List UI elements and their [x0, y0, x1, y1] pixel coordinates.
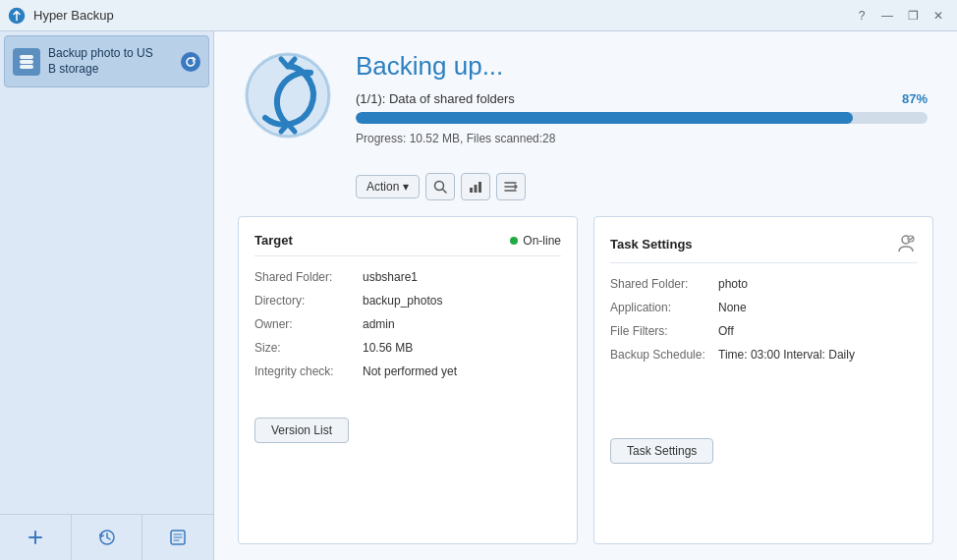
sidebar-item-backup[interactable]: Backup photo to USB storage	[4, 35, 209, 87]
directory-value: backup_photos	[363, 294, 442, 308]
owner-value: admin	[363, 317, 395, 331]
search-button[interactable]	[425, 173, 455, 200]
shared-folder-value: usbshare1	[363, 270, 418, 284]
progress-label-row: (1/1): Data of shared folders 87%	[356, 91, 928, 106]
sidebar: Backup photo to USB storage	[0, 31, 214, 560]
task-settings-button[interactable]: Task Settings	[610, 438, 713, 464]
target-card-actions: Version List	[254, 388, 561, 443]
task-backup-schedule-row: Backup Schedule: Time: 03:00 Interval: D…	[610, 348, 917, 362]
task-card-header: Task Settings	[610, 233, 917, 263]
list-menu-icon	[504, 180, 518, 194]
version-list-button[interactable]: Version List	[254, 418, 349, 443]
history-button[interactable]	[72, 515, 143, 560]
add-backup-button[interactable]	[0, 515, 72, 560]
integrity-value: Not performed yet	[363, 364, 457, 378]
title-bar-controls: ? — ❐ ✕	[851, 5, 949, 27]
title-bar: Hyper Backup ? — ❐ ✕	[0, 0, 957, 31]
task-shared-folder-value: photo	[718, 277, 748, 291]
online-status-label: On-line	[523, 234, 561, 248]
action-button[interactable]: Action ▾	[356, 175, 420, 198]
sidebar-bottom	[0, 514, 213, 560]
progress-label: (1/1): Data of shared folders	[356, 91, 515, 106]
online-dot-icon	[510, 237, 518, 245]
log-icon	[169, 529, 187, 546]
target-directory-row: Directory: backup_photos	[254, 294, 561, 308]
svg-rect-3	[20, 65, 33, 69]
target-integrity-row: Integrity check: Not performed yet	[254, 364, 561, 378]
details-row: Target On-line Shared Folder: usbshare1 …	[214, 216, 957, 560]
task-file-filters-row: File Filters: Off	[610, 324, 917, 338]
task-shared-folder-label: Shared Folder:	[610, 277, 718, 291]
progress-percent: 87%	[902, 91, 928, 106]
task-shared-folder-row: Shared Folder: photo	[610, 277, 917, 291]
target-card-header: Target On-line	[254, 233, 561, 256]
plus-icon	[27, 529, 44, 546]
task-application-value: None	[718, 301, 747, 314]
task-card-actions: Task Settings	[610, 371, 917, 464]
svg-rect-16	[475, 185, 478, 193]
status-info: Backing up... (1/1): Data of shared fold…	[356, 51, 928, 157]
history-icon	[98, 529, 116, 546]
minimize-button[interactable]: —	[876, 5, 898, 27]
svg-rect-15	[470, 188, 473, 193]
task-settings-card: Task Settings Shared Folder: photo	[593, 216, 933, 544]
main-container: Backup photo to USB storage	[0, 31, 957, 560]
dropdown-arrow-icon: ▾	[403, 180, 409, 194]
svg-rect-2	[20, 60, 33, 64]
task-file-filters-label: File Filters:	[610, 324, 718, 338]
top-content: Backing up... (1/1): Data of shared fold…	[214, 31, 957, 173]
shared-folder-label: Shared Folder:	[254, 270, 363, 284]
size-label: Size:	[254, 341, 363, 355]
lock-user-icon	[897, 234, 915, 253]
title-bar-left: Hyper Backup	[8, 7, 114, 25]
task-application-row: Application: None	[610, 301, 917, 314]
task-settings-lock-icon	[895, 233, 917, 254]
refresh-icon[interactable]	[181, 52, 200, 72]
size-value: 10.56 MB	[363, 341, 413, 355]
sidebar-item-icon	[13, 48, 40, 76]
svg-rect-1	[20, 55, 33, 59]
target-card-title: Target	[254, 233, 293, 248]
window-title: Hyper Backup	[33, 8, 114, 23]
owner-label: Owner:	[254, 317, 363, 331]
svg-rect-17	[478, 182, 481, 193]
backing-up-title: Backing up...	[356, 51, 928, 82]
spinner-container	[244, 51, 332, 140]
toolbar: Action ▾	[214, 173, 957, 216]
close-button[interactable]: ✕	[928, 5, 949, 27]
search-icon	[433, 180, 447, 194]
directory-label: Directory:	[254, 294, 363, 308]
task-card-title: Task Settings	[610, 237, 693, 252]
progress-detail: Progress: 10.52 MB, Files scanned:28	[356, 132, 928, 145]
log-button[interactable]	[142, 515, 213, 560]
sidebar-item-label: Backup photo to USB storage	[48, 46, 173, 77]
content-area: Backing up... (1/1): Data of shared fold…	[214, 31, 957, 560]
menu-button[interactable]	[496, 173, 526, 200]
chart-button[interactable]	[461, 173, 490, 200]
progress-bar-background	[356, 112, 928, 124]
target-shared-folder-row: Shared Folder: usbshare1	[254, 270, 561, 284]
maximize-button[interactable]: ❐	[902, 5, 924, 27]
task-file-filters-value: Off	[718, 324, 734, 338]
database-icon	[18, 53, 35, 71]
target-size-row: Size: 10.56 MB	[254, 341, 561, 355]
target-card: Target On-line Shared Folder: usbshare1 …	[238, 216, 578, 544]
integrity-label: Integrity check:	[254, 364, 363, 378]
task-backup-schedule-value: Time: 03:00 Interval: Daily	[718, 348, 855, 362]
app-icon	[8, 7, 26, 25]
action-label: Action	[366, 180, 399, 194]
backup-spinner-icon	[244, 51, 332, 140]
sidebar-spacer	[0, 91, 213, 514]
chart-icon	[469, 180, 482, 194]
task-backup-schedule-label: Backup Schedule:	[610, 348, 718, 362]
help-button[interactable]: ?	[851, 5, 873, 27]
refresh-arrows-icon	[185, 56, 197, 68]
svg-line-14	[443, 190, 447, 194]
online-status-badge: On-line	[510, 234, 561, 248]
progress-bar-fill	[356, 112, 853, 124]
target-owner-row: Owner: admin	[254, 317, 561, 331]
task-application-label: Application:	[610, 301, 718, 314]
